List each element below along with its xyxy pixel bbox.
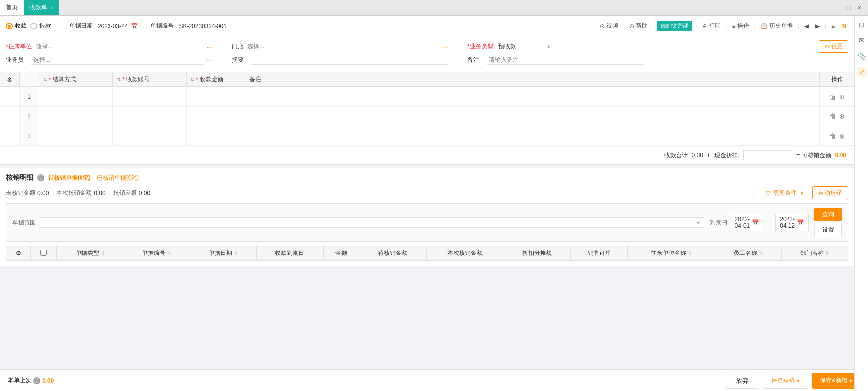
staff-sort-icon[interactable]: ⇅	[759, 251, 763, 256]
unverified-label: 未核销金额	[6, 189, 35, 197]
store-more-btn[interactable]: ···	[442, 43, 448, 51]
discount-input[interactable]	[743, 150, 792, 160]
save-draft-arrow: ▾	[797, 377, 800, 384]
tab-receipt-close[interactable]: ×	[50, 4, 54, 11]
row3-remark[interactable]	[245, 126, 820, 145]
th-dept: 部门名称 ⇅	[782, 246, 848, 261]
tab-pending[interactable]: 待核销单据(0笔)	[48, 174, 91, 182]
list-view-btn[interactable]: ≡	[829, 22, 837, 30]
radio-refund-label: 退款	[39, 22, 51, 30]
row2-remark[interactable]	[245, 107, 820, 126]
bill-date-value: 2023-03-24	[98, 23, 128, 29]
row2-copy-icon[interactable]: ⊕	[839, 112, 845, 120]
row1-remark[interactable]	[245, 87, 820, 106]
row3-amount[interactable]	[187, 126, 245, 145]
counterpart-more-btn[interactable]: ···	[206, 43, 212, 51]
note-input[interactable]	[487, 56, 644, 65]
summary-label: 摘要	[232, 56, 244, 64]
summary-input[interactable]	[251, 56, 448, 65]
range-select[interactable]: ▾	[39, 217, 704, 228]
dept-sort-icon[interactable]: ⇅	[825, 251, 829, 256]
th-settings[interactable]: ⚙	[6, 246, 31, 261]
filter-icon: ▽	[766, 190, 770, 196]
row1-copy-icon[interactable]: ⊕	[839, 93, 845, 101]
discard-btn[interactable]: 放弃	[726, 373, 759, 389]
th-dept-label: 部门名称	[800, 250, 824, 256]
no-sort-icon[interactable]: ⇅	[167, 251, 171, 256]
row3-settlement[interactable]	[39, 126, 113, 145]
carry-over-value: 0.00	[42, 377, 54, 384]
row1-delete-icon[interactable]: 🗑	[829, 93, 836, 101]
staff-more-btn[interactable]: ···	[206, 56, 212, 64]
row3-settings	[0, 126, 20, 145]
current-label: 本次核销金额	[56, 189, 92, 197]
th-no: 单据编号 ⇅	[123, 246, 190, 261]
row2-account[interactable]	[113, 107, 187, 126]
history-btn[interactable]: 📋 历史单据	[759, 21, 795, 31]
grid-view-btn[interactable]: ⊞	[840, 22, 848, 30]
row3-copy-icon[interactable]: ⊕	[839, 132, 845, 140]
window-minimize[interactable]: −	[833, 3, 842, 13]
radio-refund[interactable]: 退款	[30, 22, 51, 30]
th-partner-label: 往来单位名称	[651, 250, 686, 256]
nav-prev-btn[interactable]: ◀	[802, 22, 811, 30]
save-new-label: 保存&新增	[820, 376, 847, 385]
tab-home[interactable]: 首页	[0, 0, 24, 15]
partner-sort-icon[interactable]: ⇅	[688, 251, 692, 256]
operation-btn[interactable]: ≡ 操作	[731, 21, 751, 31]
date-to-input[interactable]: 2022-04-12 📅	[775, 214, 809, 231]
row1-settlement[interactable]	[39, 87, 113, 106]
query-btn[interactable]: 查询	[814, 208, 842, 221]
type-sort-icon[interactable]: ⇅	[101, 251, 105, 256]
sidebar-mail-icon[interactable]: ✉	[857, 35, 867, 45]
biz-type-select[interactable]: 预收款 ▾	[498, 42, 644, 51]
window-close[interactable]: ×	[854, 3, 864, 13]
amount-star: *	[196, 76, 198, 83]
sidebar-attach-icon[interactable]: 📎	[857, 51, 867, 61]
store-input[interactable]	[245, 42, 440, 51]
bill-no-group: 单据编号 SK-20230324-001	[150, 22, 226, 30]
save-new-btn[interactable]: 保存&新增 ▾	[812, 373, 860, 389]
row3-delete-icon[interactable]: 🗑	[829, 132, 836, 140]
radio-receipt[interactable]: 收款	[6, 22, 27, 30]
row3-account[interactable]	[113, 126, 187, 145]
filter-settings-btn[interactable]: 设置	[814, 223, 842, 237]
bottom-bar: 本单上次 ⓘ 0.00 放弃 保存草稿 ▾ 保存&新增 ▾	[0, 369, 868, 391]
account-header: ⇅ * 收款账号	[113, 72, 187, 86]
th-checkbox[interactable]	[30, 246, 56, 261]
sidebar-expand-icon[interactable]: ⤢	[857, 67, 867, 77]
row1-amount[interactable]	[187, 87, 245, 106]
shortcut-btn[interactable]: ⌨ 快捷键	[657, 21, 692, 31]
save-draft-btn[interactable]: 保存草稿 ▾	[763, 373, 808, 389]
date-sort-icon[interactable]: ⇅	[234, 251, 238, 256]
table-settings-icon[interactable]: ⚙	[0, 72, 20, 86]
carry-over-info-icon[interactable]: ⓘ	[33, 377, 40, 384]
print-btn[interactable]: 🖨 打印	[700, 21, 723, 31]
row1-num: 1	[20, 87, 39, 106]
sidebar-table-icon[interactable]: ⊟	[857, 20, 867, 29]
current-value: 0.00	[94, 190, 105, 196]
verification-info-icon[interactable]: ⓘ	[37, 174, 44, 181]
date-from-input[interactable]: 2022-04-01 📅	[731, 214, 764, 231]
counterpart-input[interactable]	[34, 42, 205, 51]
auto-verify-btn[interactable]: 自动核销	[812, 186, 848, 199]
row2-delete-icon[interactable]: 🗑	[829, 112, 836, 120]
settings-button[interactable]: ⚙ 设置	[819, 40, 848, 53]
row2-settlement[interactable]	[39, 107, 113, 126]
tab-receipt[interactable]: 收款单 ×	[24, 0, 59, 15]
th-staff: 员工名称 ⇅	[715, 246, 782, 261]
row1-account[interactable]	[113, 87, 187, 106]
staff-input[interactable]	[31, 56, 204, 65]
row2-amount[interactable]	[187, 107, 245, 126]
tab-verified[interactable]: 已核销单据(0笔)	[97, 174, 139, 182]
settlement-header: ⇅ * 结算方式	[39, 72, 113, 86]
nav-next-btn[interactable]: ▶	[814, 22, 822, 30]
more-conditions-btn[interactable]: ▽ 更多条件 ∧	[766, 189, 804, 197]
th-amount: 金额	[324, 246, 359, 261]
calendar-icon[interactable]: 📅	[131, 23, 138, 29]
radio-receipt-label: 收款	[15, 22, 27, 30]
select-all-checkbox[interactable]	[40, 250, 47, 256]
window-maximize[interactable]: □	[843, 3, 853, 13]
video-btn[interactable]: ⊙ 视频	[598, 21, 620, 31]
help-btn[interactable]: ⊙ 帮助	[627, 21, 650, 31]
